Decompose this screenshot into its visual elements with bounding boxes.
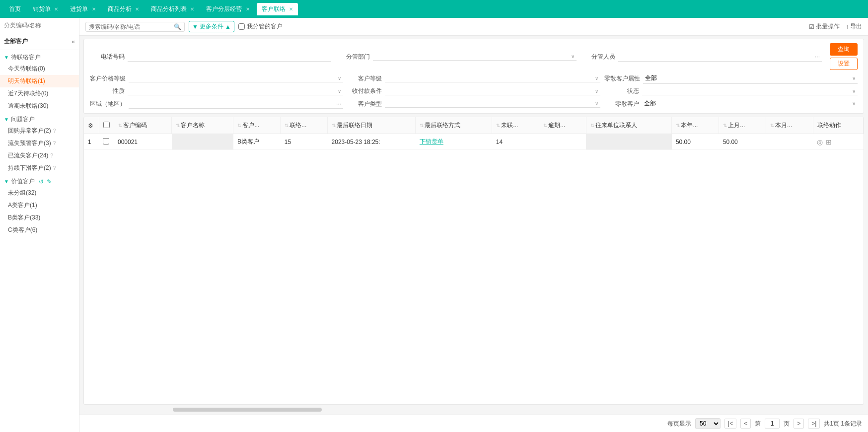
query-button[interactable]: 查询 xyxy=(830,43,858,56)
payment-select[interactable]: ∨ xyxy=(385,87,600,95)
retail-attr-select[interactable]: 全部 ∨ xyxy=(643,73,858,84)
nav-customer-tier[interactable]: 客户分层经营 ✕ xyxy=(201,3,254,15)
batch-ops-button[interactable]: ☑ 批量操作 xyxy=(809,22,840,31)
row-select-checkbox[interactable] xyxy=(103,138,109,144)
close-icon[interactable]: ✕ xyxy=(135,6,139,12)
help-icon[interactable]: ? xyxy=(50,153,53,158)
horizontal-scrollbar[interactable] xyxy=(83,408,864,412)
select-all-checkbox[interactable] xyxy=(103,122,110,128)
nav-purchase[interactable]: 进货单 ✕ xyxy=(65,3,100,15)
close-icon[interactable]: ✕ xyxy=(246,6,250,12)
row-last-month: 50.00 xyxy=(719,134,766,150)
my-customers-checkbox[interactable] xyxy=(238,23,245,30)
customer-grade-select[interactable]: ∨ xyxy=(385,74,600,82)
status-select[interactable]: ∨ xyxy=(642,87,858,95)
search-box: 🔍 xyxy=(85,22,185,32)
filter-status: 状态 ∨ xyxy=(604,87,858,95)
top-nav: 首页 销货单 ✕ 进货单 ✕ 商品分析 ✕ 商品分析列表 ✕ 客户分层经营 ✕ … xyxy=(0,0,868,18)
content-area: 🔍 ▼ 更多条件 ▲ 我分管的客户 ☑ 批量操作 ↑ 导出 xyxy=(79,18,868,432)
export-button[interactable]: ↑ 导出 xyxy=(846,22,862,31)
sidebar-item-class-a[interactable]: A类客户(1) xyxy=(0,199,79,212)
sidebar-item-7days[interactable]: 近7天待联络(0) xyxy=(0,87,79,100)
page-size-select[interactable]: 50 100 xyxy=(695,418,721,429)
th-this-month[interactable]: ⇅本月... xyxy=(766,117,813,134)
sidebar-item-tomorrow[interactable]: 明天待联络(1) xyxy=(0,75,79,87)
grid-action-icon[interactable]: ⊞ xyxy=(826,138,832,146)
scrollbar-thumb[interactable] xyxy=(173,408,322,412)
sidebar-item-churned[interactable]: 已流失客户(24) ? xyxy=(0,149,79,162)
nav-home[interactable]: 首页 xyxy=(4,3,26,15)
th-name[interactable]: ⇅客户名称 xyxy=(172,117,233,134)
filter-row-4: 区域（地区） ··· 客户类型 ∨ 零散客户 全部 ∨ xyxy=(90,98,858,109)
th-checkbox[interactable] xyxy=(99,117,114,134)
close-icon[interactable]: ✕ xyxy=(289,6,293,12)
th-unit-contact[interactable]: ⇅往来单位联系人 xyxy=(586,117,672,134)
sidebar-item-class-c[interactable]: C类客户(6) xyxy=(0,224,79,236)
close-icon[interactable]: ✕ xyxy=(190,6,194,12)
nav-product-analysis[interactable]: 商品分析 ✕ xyxy=(103,3,144,15)
search-icon[interactable]: 🔍 xyxy=(174,23,181,30)
nav-customer-contact[interactable]: 客户联络 ✕ xyxy=(257,3,298,15)
th-contact-count[interactable]: ⇅联络... xyxy=(281,117,328,134)
close-icon[interactable]: ✕ xyxy=(92,6,96,12)
chevron-down-icon: ∨ xyxy=(571,54,575,59)
th-overdue[interactable]: ⇅逾期... xyxy=(539,117,586,134)
sidebar-item-repurchase-abnormal[interactable]: 回购异常客户(2) ? xyxy=(0,125,79,137)
footer: 每页显示 50 100 |< < 第 页 > >| 共1页 1条记录 xyxy=(79,415,868,432)
edit-icon[interactable]: ✎ xyxy=(47,178,52,185)
row-last-type[interactable]: 下销货单 xyxy=(416,134,492,150)
filter-row-2: 客户价格等级 ∨ 客户等级 ∨ 零散客户属性 全部 ∨ xyxy=(90,73,858,84)
th-last-month[interactable]: ⇅上月... xyxy=(719,117,766,134)
filter-retail-customer: 零散客户 全部 ∨ xyxy=(604,98,858,109)
sidebar-item-today[interactable]: 今天待联络(0) xyxy=(0,63,79,75)
sidebar-search-input[interactable] xyxy=(4,22,78,29)
sidebar-item-ungrouped[interactable]: 未分组(32) xyxy=(0,187,79,199)
filter-dept: 分管部门 ∨ xyxy=(335,53,577,61)
th-category[interactable]: ⇅客户... xyxy=(233,117,281,134)
manager-select[interactable]: ··· xyxy=(618,52,822,62)
row-actions: ◎ ⊞ xyxy=(813,134,863,150)
nav-sales[interactable]: 销货单 ✕ xyxy=(28,3,63,15)
my-customers-checkbox-label[interactable]: 我分管的客户 xyxy=(238,22,283,31)
prev-page-button[interactable]: < xyxy=(740,419,751,429)
collapse-icon[interactable]: « xyxy=(72,38,75,45)
help-icon[interactable]: ? xyxy=(53,128,56,134)
retail-customer-select[interactable]: 全部 ∨ xyxy=(642,98,858,109)
page-input[interactable] xyxy=(765,419,780,429)
sidebar-item-class-b[interactable]: B类客户(33) xyxy=(0,212,79,224)
th-code[interactable]: ⇅客户编码 xyxy=(114,117,172,134)
last-page-button[interactable]: >| xyxy=(808,419,820,429)
sidebar-item-churn-warning[interactable]: 流失预警客户(3) ? xyxy=(0,137,79,149)
help-icon[interactable]: ? xyxy=(53,165,56,171)
phone-input[interactable] xyxy=(128,52,331,62)
customer-type-select[interactable]: ∨ xyxy=(385,100,600,108)
th-this-year[interactable]: ⇅本年... xyxy=(672,117,719,134)
search-input[interactable] xyxy=(89,23,172,30)
last-contact-link[interactable]: 下销货单 xyxy=(420,138,443,145)
th-uncontacted[interactable]: ⇅未联... xyxy=(492,117,539,134)
th-settings[interactable]: ⚙ xyxy=(84,117,99,134)
region-select[interactable]: ··· xyxy=(129,99,343,109)
more-filter-button[interactable]: ▼ 更多条件 ▲ xyxy=(189,21,234,32)
price-grade-select[interactable]: ∨ xyxy=(129,74,343,82)
gender-select[interactable]: ∨ xyxy=(128,87,343,95)
reset-button[interactable]: 设置 xyxy=(830,58,858,70)
close-icon[interactable]: ✕ xyxy=(54,6,58,12)
next-page-button[interactable]: > xyxy=(794,419,804,429)
batch-icon: ☑ xyxy=(809,23,814,30)
contact-action-icon[interactable]: ◎ xyxy=(817,138,823,146)
filter-customer-type: 客户类型 ∨ xyxy=(347,100,600,108)
th-last-contact-type[interactable]: ⇅最后联络方式 xyxy=(416,117,492,134)
table-row: 1 000021 B类客户 15 2023-05-23 18:25: 下销货单 … xyxy=(84,134,864,150)
first-page-button[interactable]: |< xyxy=(724,419,736,429)
help-icon[interactable]: ? xyxy=(53,141,56,146)
row-uncontacted: 14 xyxy=(492,134,539,150)
sidebar-all-customers[interactable]: 全部客户 « xyxy=(0,33,79,50)
refresh-icon[interactable]: ↺ xyxy=(39,178,44,185)
sidebar-item-overdue[interactable]: 逾期未联络(30) xyxy=(0,100,79,112)
th-last-contact-date[interactable]: ⇅最后联络日期 xyxy=(328,117,416,134)
row-checkbox[interactable] xyxy=(99,134,114,150)
dept-select[interactable]: ∨ xyxy=(373,53,577,61)
nav-product-analysis-list[interactable]: 商品分析列表 ✕ xyxy=(146,3,199,15)
sidebar-item-declining[interactable]: 持续下滑客户(2) ? xyxy=(0,162,79,174)
